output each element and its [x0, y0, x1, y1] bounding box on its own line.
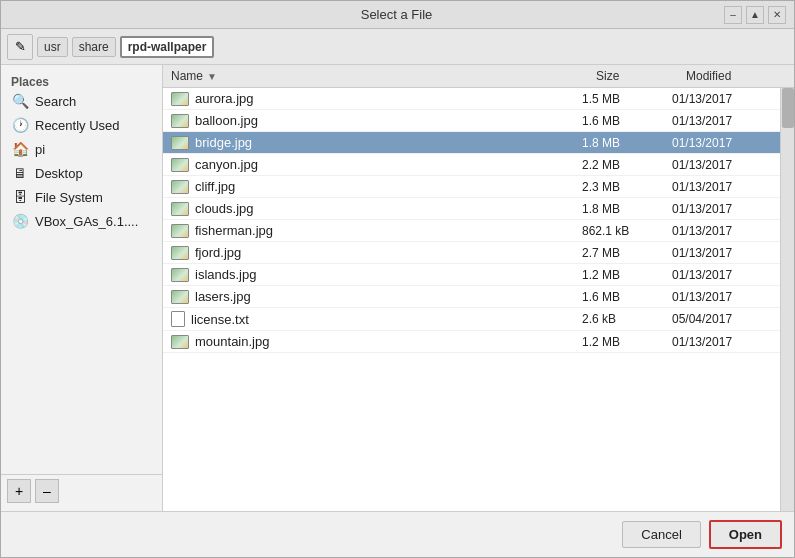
- file-modified-cell: 01/13/2017: [672, 136, 772, 150]
- column-modified-header[interactable]: Modified: [686, 69, 786, 83]
- filesystem-icon: 🗄: [11, 189, 29, 205]
- file-name-cell: fjord.jpg: [171, 245, 582, 260]
- file-size-cell: 1.6 MB: [582, 114, 672, 128]
- file-modified-cell: 01/13/2017: [672, 246, 772, 260]
- file-name-label: cliff.jpg: [195, 179, 235, 194]
- file-name-cell: aurora.jpg: [171, 91, 582, 106]
- file-size-cell: 1.6 MB: [582, 290, 672, 304]
- sidebar-item-label: VBox_GAs_6.1....: [35, 214, 138, 229]
- image-file-icon: [171, 114, 189, 128]
- breadcrumb-usr[interactable]: usr: [37, 37, 68, 57]
- file-name-cell: mountain.jpg: [171, 334, 582, 349]
- table-row[interactable]: fjord.jpg 2.7 MB 01/13/2017: [163, 242, 780, 264]
- maximize-button[interactable]: ▲: [746, 6, 764, 24]
- sidebar-item-label: pi: [35, 142, 45, 157]
- sidebar-item-label: Desktop: [35, 166, 83, 181]
- image-file-icon: [171, 290, 189, 304]
- sidebar-item-desktop[interactable]: 🖥 Desktop: [1, 161, 162, 185]
- file-name-cell: lasers.jpg: [171, 289, 582, 304]
- image-file-icon: [171, 136, 189, 150]
- sidebar: Places 🔍 Search 🕐 Recently Used 🏠 pi 🖥 D…: [1, 65, 163, 511]
- edit-path-button[interactable]: ✎: [7, 34, 33, 60]
- file-name-cell: canyon.jpg: [171, 157, 582, 172]
- sidebar-item-filesystem[interactable]: 🗄 File System: [1, 185, 162, 209]
- file-area: Name ▼ Size Modified aurora.jpg 1.5 MB 0…: [163, 65, 794, 511]
- minimize-button[interactable]: –: [724, 6, 742, 24]
- file-size-cell: 1.8 MB: [582, 202, 672, 216]
- file-name-cell: fisherman.jpg: [171, 223, 582, 238]
- scrollbar-thumb[interactable]: [782, 88, 794, 128]
- image-file-icon: [171, 224, 189, 238]
- add-bookmark-button[interactable]: +: [7, 479, 31, 503]
- file-modified-cell: 01/13/2017: [672, 92, 772, 106]
- column-name-header[interactable]: Name ▼: [171, 69, 596, 83]
- open-button[interactable]: Open: [709, 520, 782, 549]
- main-area: Places 🔍 Search 🕐 Recently Used 🏠 pi 🖥 D…: [1, 65, 794, 511]
- table-row[interactable]: clouds.jpg 1.8 MB 01/13/2017: [163, 198, 780, 220]
- file-modified-cell: 01/13/2017: [672, 114, 772, 128]
- sidebar-item-label: Search: [35, 94, 76, 109]
- table-row[interactable]: cliff.jpg 2.3 MB 01/13/2017: [163, 176, 780, 198]
- file-name-cell: clouds.jpg: [171, 201, 582, 216]
- disc-icon: 💿: [11, 213, 29, 229]
- file-name-cell: cliff.jpg: [171, 179, 582, 194]
- home-icon: 🏠: [11, 141, 29, 157]
- sidebar-item-vbox[interactable]: 💿 VBox_GAs_6.1....: [1, 209, 162, 233]
- file-name-cell: islands.jpg: [171, 267, 582, 282]
- breadcrumb-rpd-wallpaper[interactable]: rpd-wallpaper: [120, 36, 215, 58]
- title-bar: Select a File – ▲ ✕: [1, 1, 794, 29]
- sidebar-footer: + –: [1, 474, 162, 507]
- sidebar-item-recently-used[interactable]: 🕐 Recently Used: [1, 113, 162, 137]
- breadcrumb-share[interactable]: share: [72, 37, 116, 57]
- file-size-cell: 2.6 kB: [582, 312, 672, 326]
- file-name-label: islands.jpg: [195, 267, 256, 282]
- file-name-label: bridge.jpg: [195, 135, 252, 150]
- table-row[interactable]: license.txt 2.6 kB 05/04/2017: [163, 308, 780, 331]
- file-name-cell: license.txt: [171, 311, 582, 327]
- desktop-icon: 🖥: [11, 165, 29, 181]
- sidebar-item-pi[interactable]: 🏠 pi: [1, 137, 162, 161]
- table-row[interactable]: mountain.jpg 1.2 MB 01/13/2017: [163, 331, 780, 353]
- file-name-label: lasers.jpg: [195, 289, 251, 304]
- dialog-footer: Cancel Open: [1, 511, 794, 557]
- table-row[interactable]: fisherman.jpg 862.1 kB 01/13/2017: [163, 220, 780, 242]
- edit-icon: ✎: [15, 39, 26, 54]
- file-name-label: fisherman.jpg: [195, 223, 273, 238]
- file-name-label: mountain.jpg: [195, 334, 269, 349]
- clock-icon: 🕐: [11, 117, 29, 133]
- file-size-cell: 2.2 MB: [582, 158, 672, 172]
- table-row[interactable]: aurora.jpg 1.5 MB 01/13/2017: [163, 88, 780, 110]
- sidebar-item-search[interactable]: 🔍 Search: [1, 89, 162, 113]
- file-list-header: Name ▼ Size Modified: [163, 65, 794, 88]
- file-size-cell: 1.2 MB: [582, 268, 672, 282]
- dialog-title: Select a File: [69, 7, 724, 22]
- file-name-label: license.txt: [191, 312, 249, 327]
- file-modified-cell: 05/04/2017: [672, 312, 772, 326]
- table-row[interactable]: islands.jpg 1.2 MB 01/13/2017: [163, 264, 780, 286]
- table-row[interactable]: bridge.jpg 1.8 MB 01/13/2017: [163, 132, 780, 154]
- text-file-icon: [171, 311, 185, 327]
- image-file-icon: [171, 268, 189, 282]
- column-size-header[interactable]: Size: [596, 69, 686, 83]
- file-list: aurora.jpg 1.5 MB 01/13/2017 balloon.jpg…: [163, 88, 780, 511]
- table-row[interactable]: lasers.jpg 1.6 MB 01/13/2017: [163, 286, 780, 308]
- file-name-label: fjord.jpg: [195, 245, 241, 260]
- image-file-icon: [171, 335, 189, 349]
- image-file-icon: [171, 180, 189, 194]
- file-modified-cell: 01/13/2017: [672, 180, 772, 194]
- table-row[interactable]: canyon.jpg 2.2 MB 01/13/2017: [163, 154, 780, 176]
- cancel-button[interactable]: Cancel: [622, 521, 700, 548]
- scrollbar[interactable]: [780, 88, 794, 511]
- close-button[interactable]: ✕: [768, 6, 786, 24]
- file-name-label: balloon.jpg: [195, 113, 258, 128]
- file-name-label: aurora.jpg: [195, 91, 254, 106]
- sidebar-section-label: Places: [1, 73, 162, 89]
- file-name-cell: balloon.jpg: [171, 113, 582, 128]
- image-file-icon: [171, 246, 189, 260]
- table-row[interactable]: balloon.jpg 1.6 MB 01/13/2017: [163, 110, 780, 132]
- file-modified-cell: 01/13/2017: [672, 268, 772, 282]
- image-file-icon: [171, 202, 189, 216]
- file-size-cell: 1.5 MB: [582, 92, 672, 106]
- image-file-icon: [171, 92, 189, 106]
- remove-bookmark-button[interactable]: –: [35, 479, 59, 503]
